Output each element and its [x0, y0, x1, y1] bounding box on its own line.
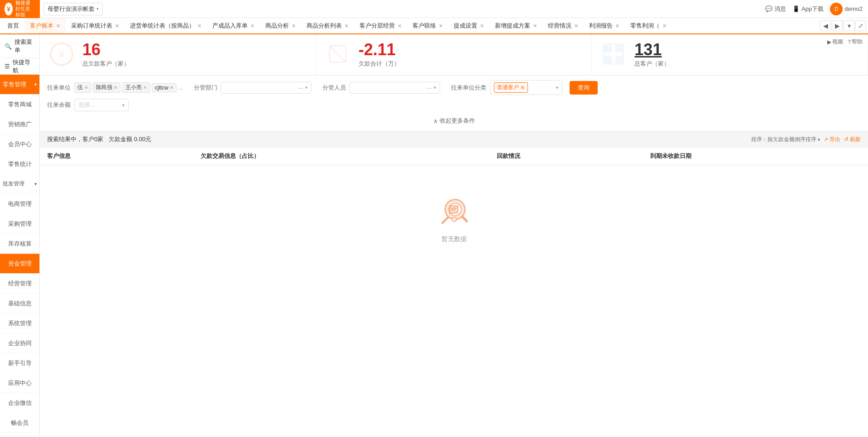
sidebar-item-inventory-check[interactable]: 库存核算 — [0, 234, 39, 254]
tab-customer-book[interactable]: 客户账本 ✕ — [24, 18, 66, 34]
sidebar-search[interactable]: 🔍 搜索菜单 — [0, 34, 39, 58]
tab-promotion-settings[interactable]: 提成设置 ✕ — [448, 18, 489, 34]
tag-close-icon[interactable]: ✕ — [143, 85, 147, 90]
tab-product-stock-in[interactable]: 产成品入库单 ✕ — [207, 18, 260, 34]
tag-close-icon[interactable]: ✕ — [520, 85, 525, 91]
unit-class-tag[interactable]: 普通客户 ✕ — [494, 82, 528, 93]
col-debt-info: 欠款交易信息（占比） — [193, 147, 489, 165]
filter-row-2: 往来余额 选择... ▾ — [47, 99, 861, 111]
chevron-down-icon: ▾ — [34, 82, 37, 87]
tab-scroll-right[interactable]: ▶ — [832, 20, 843, 31]
filter-more-tags[interactable]: ... — [178, 85, 183, 91]
close-icon[interactable]: ✕ — [345, 23, 349, 29]
sidebar-item-system-mgmt[interactable]: 系统管理 — [0, 314, 39, 333]
sidebar-item-basic-info[interactable]: 基础信息 — [0, 294, 39, 314]
sort-select[interactable]: 排序：按欠款金额倒序排序 ▾ — [751, 136, 820, 143]
table-area: 客户信息 欠款交易信息（占比） 回款情况 到期未收款日期 — [40, 147, 868, 437]
sidebar-item-enterprise-wechat[interactable]: 企业微信 — [0, 393, 39, 413]
tab-scroll-left[interactable]: ◀ — [820, 20, 831, 31]
tag-close-icon[interactable]: ✕ — [84, 85, 88, 90]
export-button[interactable]: ↗ 导出 — [824, 136, 840, 143]
search-icon: 🔍 — [5, 43, 12, 50]
stat-value-debt: -2.11 — [359, 42, 400, 58]
sidebar-item-finance-mgmt[interactable]: 资金管理 — [0, 254, 39, 274]
sidebar-item-member-center[interactable]: 会员中心 — [0, 134, 39, 154]
unit-class-select[interactable]: 普通客户 ✕ ▾ — [490, 80, 562, 95]
filter-tag-u3[interactable]: 王小亮 ✕ — [122, 82, 150, 93]
close-icon[interactable]: ✕ — [56, 23, 60, 29]
sidebar-item-enterprise-coop[interactable]: 企业协同 — [0, 333, 39, 353]
tab-expand[interactable]: ⤢ — [855, 20, 866, 31]
video-link[interactable]: ▶ 视频 — [827, 38, 843, 46]
tab-home[interactable]: 首页 — [2, 18, 24, 34]
chevron-down-icon: ▾ — [556, 85, 558, 90]
tab-product-analysis[interactable]: 商品分析 ✕ — [260, 18, 301, 34]
sidebar-item-retail-stats[interactable]: 零售统计 — [0, 154, 39, 174]
close-icon[interactable]: ✕ — [533, 23, 537, 29]
help-link[interactable]: ? 帮助 — [848, 38, 863, 46]
message-button[interactable]: 💬 消息 — [765, 5, 786, 13]
tab-customer-segment[interactable]: 客户分层经营 ✕ — [354, 18, 407, 34]
filter-tag-u2[interactable]: 陈民强 ✕ — [93, 82, 120, 93]
sidebar-item-marketing[interactable]: 营销推广 — [0, 114, 39, 134]
results-amount: 欠款金额 0.00元 — [109, 135, 151, 143]
message-icon: 💬 — [765, 5, 772, 12]
sidebar-item-vip-member[interactable]: 畅会员 — [0, 413, 39, 433]
close-icon[interactable]: ✕ — [439, 23, 443, 29]
app-icon: 📱 — [792, 5, 800, 12]
chevron-down-icon: ▾ — [818, 137, 820, 142]
sidebar-item-retail-mgmt[interactable]: 零售管理 ▾ — [0, 75, 39, 95]
filter-tag-u1[interactable]: 伍 ✕ — [74, 82, 91, 93]
nav-icon: ☰ — [5, 63, 10, 70]
stat-info-total-clients: 131 总客户（家） — [634, 42, 670, 68]
tag-close-icon[interactable]: ✕ — [170, 85, 173, 90]
tab-more[interactable]: ▾ — [844, 20, 854, 31]
tab-nav-arrows: ◀ ▶ ▾ ⤢ — [820, 20, 866, 31]
account-selector[interactable]: 母婴行业演示帐套 ▾ — [43, 3, 103, 15]
close-icon[interactable]: ✕ — [615, 23, 619, 29]
stat-label-customers: 总欠款客户（家） — [82, 60, 129, 68]
top-right-area: 💬 消息 📱 App下载 D demo2 — [765, 3, 863, 15]
tab-retail-profit[interactable]: 零售利润（ ✕ — [625, 18, 672, 34]
person-more-icon[interactable]: ··· — [427, 84, 432, 91]
sidebar-item-newbie-guide[interactable]: 新手引导 — [0, 353, 39, 373]
dept-select[interactable]: ··· ▾ — [221, 82, 312, 94]
sidebar-item-app-center[interactable]: 应用中心 — [0, 373, 39, 393]
sidebar-item-ecommerce-mgmt[interactable]: 电商管理 — [0, 194, 39, 214]
close-icon[interactable]: ✕ — [250, 23, 254, 29]
close-icon[interactable]: ✕ — [480, 23, 484, 29]
query-button[interactable]: 查询 — [570, 81, 598, 95]
tab-operations[interactable]: 经营情况 ✕ — [542, 18, 584, 34]
svg-rect-6 — [615, 44, 623, 52]
sidebar-item-retail-shop[interactable]: 零售商城 — [0, 95, 39, 114]
close-icon[interactable]: ✕ — [197, 23, 201, 29]
balance-select[interactable]: 选择... ▾ — [74, 99, 129, 111]
sidebar-item-operations-mgmt[interactable]: 经营管理 — [0, 274, 39, 294]
results-summary: 搜索结果中，客户0家 — [47, 135, 103, 143]
sidebar-item-purchase-mgmt[interactable]: 采购管理 — [0, 214, 39, 234]
close-icon[interactable]: ✕ — [115, 23, 119, 29]
filter-tag-u4[interactable]: cjttcw ✕ — [152, 83, 177, 92]
tag-close-icon[interactable]: ✕ — [114, 85, 117, 90]
collapse-button[interactable]: ∧ 收起更多条件 — [47, 115, 861, 127]
close-icon[interactable]: ✕ — [398, 23, 402, 29]
user-avatar[interactable]: D demo2 — [830, 3, 863, 15]
tab-profit-report[interactable]: 利润报告 ✕ — [584, 18, 625, 34]
logo-area[interactable]: ¥ 畅捷通好生意 标版 — [0, 0, 40, 18]
close-icon[interactable]: ✕ — [662, 23, 667, 29]
tab-stock-in-stats[interactable]: 进货单统计表（按商品） ✕ — [125, 18, 207, 34]
sidebar-item-wholesale-mgmt[interactable]: 批发管理 ▾ — [0, 174, 39, 194]
sidebar-quick-nav[interactable]: ☰ 快捷导航 — [0, 58, 39, 75]
close-icon[interactable]: ✕ — [574, 23, 578, 29]
refresh-button[interactable]: ↺ 刷新 — [844, 136, 861, 143]
dept-more-icon[interactable]: ··· — [298, 84, 303, 91]
app-download-button[interactable]: 📱 App下载 — [792, 5, 824, 13]
close-icon[interactable]: ✕ — [292, 23, 296, 29]
tab-product-analysis-list[interactable]: 商品分析列表 ✕ — [301, 18, 354, 34]
stat-value-total-clients: 131 — [634, 42, 670, 58]
tab-customer-contact[interactable]: 客户联络 ✕ — [407, 18, 448, 34]
tab-new-promotion-plan[interactable]: 新增提成方案 ✕ — [489, 18, 542, 34]
person-select[interactable]: ··· ▾ — [350, 82, 440, 94]
tab-purchase-order-stats[interactable]: 采购订单统计表 ✕ — [66, 18, 125, 34]
unit-class-label: 往来单位分类 — [451, 84, 486, 92]
